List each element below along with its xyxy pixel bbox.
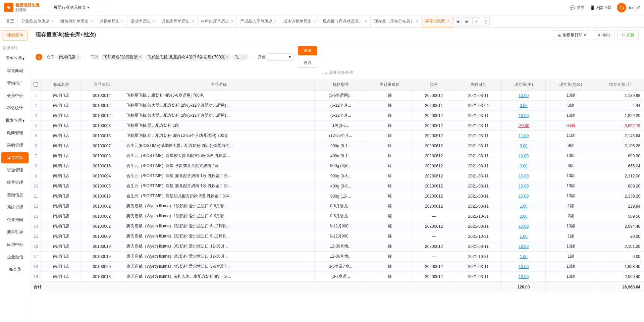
sidebar-item-ecommerce[interactable]: 电商管理 xyxy=(1,127,29,139)
filter-expand-btn[interactable]: › xyxy=(36,54,42,60)
tab-next[interactable]: ▶ xyxy=(463,17,471,25)
tab-prev[interactable]: ◀ xyxy=(453,17,462,25)
select-all-checkbox[interactable] xyxy=(34,82,38,87)
tab-4[interactable]: 要货单历史 × xyxy=(127,15,159,28)
product-tag-1[interactable]: 飞鹤奶粉3段两提装 × xyxy=(101,54,144,61)
sidebar-item-operations[interactable]: 经营管理 xyxy=(1,177,29,188)
cell-qty-main[interactable]: 11.00 xyxy=(502,131,545,141)
store-selector[interactable]: 母婴行业演示账套 ▾ xyxy=(51,3,104,12)
tab-close-3[interactable]: × xyxy=(122,19,124,23)
tab-close-4[interactable]: × xyxy=(153,19,155,23)
sidebar-item-marketing[interactable]: 营销推广 xyxy=(1,78,29,89)
cell-spec: 400g (0-6... xyxy=(315,181,367,191)
sidebar-item-member2[interactable]: 畅会员 xyxy=(1,264,29,275)
tab-close-8[interactable]: × xyxy=(314,19,316,23)
cell-code: 00100002 xyxy=(81,221,123,231)
tab-8[interactable]: 成本调整单历史 × xyxy=(280,15,319,28)
message-btn[interactable]: 💬 消息 xyxy=(570,5,585,10)
cell-qty-main[interactable]: 10.00 xyxy=(502,171,545,181)
tab-close-9[interactable]: × xyxy=(365,19,367,23)
top-bar: 畅 畅捷通好生意 标题版 母婴行业演示账套 ▾ 💬 消息 📱 App下载 Ea … xyxy=(0,0,644,15)
user-avatar[interactable]: Ea demo2 xyxy=(617,3,640,12)
product-more[interactable]: … xyxy=(250,55,254,59)
cell-qty-main[interactable]: 10.00 xyxy=(502,191,545,201)
table-row: 17 南岸门店 00100019 惠氏启赋（Wyeth illuma）3段奶粉 … xyxy=(30,252,644,262)
export-btn[interactable]: ⬇ 导出 xyxy=(593,30,614,40)
tab-1[interactable]: 分量盘点单历史 × xyxy=(18,15,57,28)
cell-qty-main[interactable]: 10.00 xyxy=(502,262,545,272)
tab-close-all[interactable]: × xyxy=(472,17,480,25)
cell-qty-main[interactable]: 10.00 xyxy=(502,181,545,191)
cell-unit: 罐 xyxy=(367,141,413,151)
warehouse-tag-nanang[interactable]: 南岸门店 × xyxy=(56,54,81,61)
tab-close-7[interactable]: × xyxy=(274,19,276,23)
tab-9[interactable]: 现存量（库存状况表）× xyxy=(319,15,371,28)
sidebar-item-retail-mall[interactable]: 零售商城 xyxy=(1,65,29,76)
tab-close-6[interactable]: × xyxy=(231,19,233,23)
cell-unit: 罐 xyxy=(367,131,413,141)
sidebar-item-member[interactable]: 会员中心 xyxy=(1,90,29,101)
th-batch: 批号 xyxy=(413,79,455,91)
sidebar-item-inventory[interactable]: 库存核算 xyxy=(1,152,29,163)
cell-qty-main[interactable]: 1.00 xyxy=(502,231,545,241)
tab-close-10[interactable]: × xyxy=(416,19,418,23)
cell-qty-main[interactable]: -39.00 xyxy=(502,121,545,131)
product-tag-1-close[interactable]: × xyxy=(139,55,141,59)
sidebar-item-purchase[interactable]: 采购管理 xyxy=(1,140,29,151)
cell-qty-main[interactable]: 0.00 xyxy=(502,101,545,111)
sidebar-item-enterprise[interactable]: 企业协同 xyxy=(1,214,29,225)
cell-amount: 665.04 xyxy=(596,161,644,171)
cell-qty-main[interactable]: 10.00 xyxy=(502,241,545,252)
filter-expand-row[interactable]: ⌄⌄ 展开更多条件 xyxy=(36,70,639,75)
cell-num: 7 xyxy=(30,151,42,161)
tab-close-2[interactable]: × xyxy=(91,19,93,23)
refresh-btn[interactable]: ↻ 刷新 xyxy=(617,30,639,40)
cell-qty-main[interactable]: 10.00 xyxy=(502,221,545,231)
tab-10[interactable]: 现存量（库存分布表）× xyxy=(371,15,422,28)
sidebar-item-finance[interactable]: 资金管理 xyxy=(1,165,29,176)
tab-5[interactable]: 其他出库单历史 × xyxy=(158,15,198,28)
cell-qty-main[interactable]: 3.00 xyxy=(502,161,545,171)
tab-6[interactable]: 材料出库单历史 × xyxy=(198,15,237,28)
th-unit: 主计量单位 xyxy=(367,79,413,91)
warehouse-tag-close[interactable]: × xyxy=(76,55,78,59)
cell-qty-main[interactable]: 10.00 xyxy=(502,272,545,282)
cell-qty-main[interactable]: 1.00 xyxy=(502,252,545,262)
print-btn[interactable]: 🖨 按模板打印 ▾ xyxy=(553,30,590,40)
cell-qty-main[interactable]: 2.00 xyxy=(502,211,545,221)
cell-qty-main[interactable]: 9.00 xyxy=(502,141,545,151)
color-dropdown[interactable]: ▾ xyxy=(267,53,294,61)
cell-qty-main[interactable]: 10.00 xyxy=(502,151,545,161)
content-area: 现存量查询(按仓库+批次) 🖨 按模板打印 ▾ ⬇ 导出 ↻ 刷新 xyxy=(30,28,644,322)
cell-qty-main[interactable]: 10.00 xyxy=(502,91,545,101)
settings-btn[interactable]: 设置 xyxy=(298,58,317,68)
tab-home[interactable]: 首页 xyxy=(3,15,18,28)
app-download-btn[interactable]: 📱 App下载 xyxy=(590,5,611,10)
product-tag-3[interactable]: 飞... × xyxy=(232,54,248,61)
product-tag-2-close[interactable]: × xyxy=(226,55,228,59)
product-tag-2[interactable]: 飞鹤星飞帆 儿童奶粉 4段(3-6岁适用) 700克 × xyxy=(145,54,231,61)
tab-menu[interactable]: ⋮ xyxy=(482,17,490,25)
sidebar-item-wechat[interactable]: 企业微信 xyxy=(1,252,29,263)
product-tag-3-close[interactable]: × xyxy=(244,55,246,59)
cell-spec: (3-6岁适用)... xyxy=(315,91,367,101)
sidebar-item-wholesale[interactable]: 批发管理 ▾ xyxy=(1,115,29,126)
sidebar-item-retail-stats[interactable]: 零售统计 xyxy=(1,103,29,114)
cell-qty-main[interactable]: 1.00 xyxy=(502,201,545,211)
tab-close-11[interactable]: × xyxy=(447,19,449,23)
sidebar-item-basic[interactable]: 基础信息 xyxy=(1,190,29,201)
tab-close-5[interactable]: × xyxy=(192,19,194,23)
tab-2[interactable]: 组装拆卸单历史 × xyxy=(57,15,96,28)
search-menu-btn[interactable]: 搜索菜单 xyxy=(2,30,28,41)
sidebar-item-system[interactable]: 系统管理 xyxy=(1,202,29,213)
tab-11-active[interactable]: 库存批次账 × xyxy=(422,15,453,28)
sidebar-item-retail-mgmt[interactable]: 零售管理 ▾ xyxy=(1,53,29,64)
tab-close-1[interactable]: × xyxy=(51,19,53,23)
tab-7[interactable]: 产成品入库单历史 × xyxy=(237,15,280,28)
warehouse-more[interactable]: … xyxy=(83,55,87,59)
sidebar-item-apps[interactable]: 应用中心 xyxy=(1,239,29,250)
query-btn[interactable]: 查询 xyxy=(298,46,317,55)
tab-3[interactable]: 调拨单历史 × xyxy=(96,15,127,28)
sidebar-item-guide[interactable]: 新手引导 xyxy=(1,227,29,238)
cell-qty-main[interactable]: 10.00 xyxy=(502,111,545,121)
